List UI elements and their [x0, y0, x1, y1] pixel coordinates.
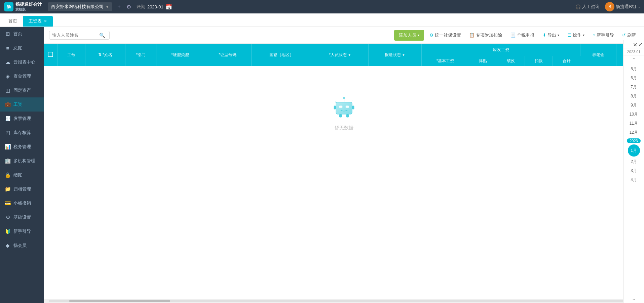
- svg-text:✦: ✦: [335, 101, 336, 103]
- expense-icon: 💳: [5, 200, 11, 206]
- scroll-up-icon[interactable]: ⌃: [623, 55, 644, 64]
- inventory-icon: ◰: [5, 130, 11, 136]
- panel-maximize-icon[interactable]: ⤢: [639, 42, 643, 48]
- date-label: 2023.01: [623, 48, 644, 55]
- add-person-label: 添加人员: [399, 32, 416, 38]
- svg-rect-1: [339, 105, 342, 107]
- month-item-2023-3[interactable]: 3月: [623, 166, 644, 175]
- search-input[interactable]: [52, 33, 99, 38]
- user-menu[interactable]: B 畅捷通B组...: [605, 2, 640, 11]
- special-deduction-button[interactable]: 📋 专项附加扣除: [466, 30, 505, 40]
- sidebar-item-invoice[interactable]: 🧾 发票管理: [0, 112, 44, 126]
- th-checkbox[interactable]: [44, 44, 57, 66]
- main-layout: ⊞ 首页 ≡ 总账 ☁ 云报表中心 ◈ 资金管理 ◫ 固定资产 💼 工资 🧾 发…: [0, 27, 644, 303]
- scroll-thumb[interactable]: [69, 300, 170, 302]
- sidebar-item-ledger[interactable]: ≡ 总账: [0, 41, 44, 55]
- th-pension: 养老金: [580, 44, 616, 66]
- add-person-button[interactable]: 添加人员 ▾: [394, 30, 424, 41]
- month-item-2023-4[interactable]: 4月: [623, 175, 644, 184]
- tab-salary-close-icon[interactable]: ✕: [44, 19, 47, 24]
- sidebar-item-close[interactable]: 🔒 结账: [0, 168, 44, 182]
- sidebar: ⊞ 首页 ≡ 总账 ☁ 云报表中心 ◈ 资金管理 ◫ 固定资产 💼 工资 🧾 发…: [0, 27, 44, 303]
- special-deduction-label: 专项附加扣除: [476, 32, 502, 38]
- sidebar-item-cloud-report[interactable]: ☁ 云报表中心: [0, 55, 44, 69]
- sidebar-item-fund[interactable]: ◈ 资金管理: [0, 69, 44, 83]
- tax-icon: 📊: [5, 144, 11, 150]
- salary-table: 工号 ⇅ *姓名 *部门 *证型类型 *证型号码 国籍（地区） *人员状态 ▼ …: [44, 44, 644, 158]
- svg-rect-2: [345, 105, 349, 107]
- sidebar-item-multi-org[interactable]: 🏢 多机构管理: [0, 154, 44, 168]
- sidebar-item-home[interactable]: ⊞ 首页: [0, 27, 44, 41]
- personal-tax-button[interactable]: 📃 个税申报: [507, 30, 537, 40]
- sidebar-label-tax: 税务管理: [13, 144, 31, 150]
- sidebar-item-tax[interactable]: 📊 税务管理: [0, 140, 44, 154]
- month-item-12[interactable]: 12月: [623, 128, 644, 137]
- sidebar-label-settings: 基础设置: [13, 214, 31, 220]
- th-dept: *部门: [125, 44, 156, 66]
- month-item-7[interactable]: 7月: [623, 83, 644, 92]
- th-cert-no: *证型号码: [204, 44, 251, 66]
- top-header: 畅 畅捷通好会计 旗舰版 西安虾米网络科技有限公司 ▼ ＋ ⚙ 账期 2023-…: [0, 0, 644, 13]
- special-deduction-icon: 📋: [469, 33, 475, 38]
- export-button[interactable]: ⬇ 导出 ▾: [540, 30, 562, 40]
- month-item-11[interactable]: 11月: [623, 119, 644, 128]
- month-item-2023-2[interactable]: 2月: [623, 157, 644, 166]
- sidebar-item-archive[interactable]: 📁 归档管理: [0, 182, 44, 196]
- add-button[interactable]: ＋: [116, 3, 122, 10]
- settings-icon: ⚙: [5, 214, 11, 220]
- bottom-scrollbar[interactable]: [44, 299, 644, 303]
- social-security-button[interactable]: ⚙ 统一社保设置: [427, 30, 464, 40]
- table-header-row1: 工号 ⇅ *姓名 *部门 *证型类型 *证型号码 国籍（地区） *人员状态 ▼ …: [44, 44, 644, 56]
- tab-home-label: 首页: [8, 18, 17, 24]
- company-selector[interactable]: 西安虾米网络科技有限公司 ▼: [48, 2, 112, 11]
- sidebar-label-multi-org: 多机构管理: [13, 158, 35, 164]
- tab-salary[interactable]: 工资表 ✕: [23, 16, 53, 27]
- th-report-status: 报送状态 ▼: [368, 44, 421, 66]
- svg-rect-0: [336, 102, 352, 114]
- refresh-label: 刷新: [627, 32, 636, 38]
- period-info: 账期 2023-01 📅: [137, 4, 172, 10]
- sidebar-item-guide[interactable]: 🔰 新手引导: [0, 224, 44, 239]
- sidebar-label-close: 结账: [13, 172, 22, 178]
- calendar-icon[interactable]: 📅: [165, 4, 172, 10]
- company-arrow-icon: ▼: [106, 5, 109, 9]
- month-item-9[interactable]: 9月: [623, 101, 644, 110]
- person-status-filter-icon[interactable]: ▼: [348, 53, 351, 57]
- month-item-2023-1[interactable]: 1月: [628, 144, 640, 157]
- sidebar-label-inventory: 库存核算: [13, 130, 31, 136]
- guide-button[interactable]: ○ 新手引导: [590, 30, 617, 40]
- refresh-button[interactable]: ↺ 刷新: [619, 30, 639, 40]
- operation-button[interactable]: ☰ 操作 ▾: [565, 30, 587, 40]
- month-item-6[interactable]: 6月: [623, 74, 644, 83]
- support-button[interactable]: 🎧 人工咨询: [575, 4, 600, 10]
- sidebar-item-fixed-assets[interactable]: ◫ 固定资产: [0, 83, 44, 97]
- operation-label: 操作: [573, 32, 581, 38]
- guide-label: 新手引导: [597, 32, 614, 38]
- sidebar-item-settings[interactable]: ⚙ 基础设置: [0, 210, 44, 224]
- personal-tax-label: 个税申报: [517, 32, 534, 38]
- year-2023-badge: 2023: [627, 138, 640, 143]
- scroll-track[interactable]: [49, 300, 639, 302]
- th-name: ⇅ *姓名: [85, 44, 125, 66]
- select-all-checkbox[interactable]: [48, 52, 53, 57]
- report-status-filter-icon[interactable]: ▼: [402, 53, 405, 57]
- sidebar-item-salary[interactable]: 💼 工资: [0, 97, 44, 112]
- month-item-8[interactable]: 8月: [623, 92, 644, 101]
- th-basic: *基本工资: [422, 56, 469, 66]
- sidebar-item-member[interactable]: ◆ 畅会员: [0, 239, 44, 253]
- sidebar-item-expense[interactable]: 💳 小畅报销: [0, 196, 44, 210]
- scroll-down-icon[interactable]: ⌄: [623, 294, 644, 303]
- panel-close-icon[interactable]: ✕: [633, 42, 637, 48]
- sidebar-item-inventory[interactable]: ◰ 库存核算: [0, 126, 44, 140]
- month-item-10[interactable]: 10月: [623, 110, 644, 119]
- search-wrap[interactable]: 🔍: [49, 31, 110, 40]
- settings-button[interactable]: ⚙: [126, 4, 131, 10]
- social-security-label: 统一社保设置: [435, 32, 461, 38]
- cloud-icon: ☁: [5, 59, 11, 65]
- th-performance: 绩效: [497, 56, 525, 66]
- month-item-5[interactable]: 5月: [623, 64, 644, 74]
- app-edition: 旗舰版: [15, 7, 42, 12]
- ledger-icon: ≡: [5, 45, 11, 51]
- home-icon: ⊞: [5, 31, 11, 37]
- tab-home[interactable]: 首页: [3, 16, 23, 27]
